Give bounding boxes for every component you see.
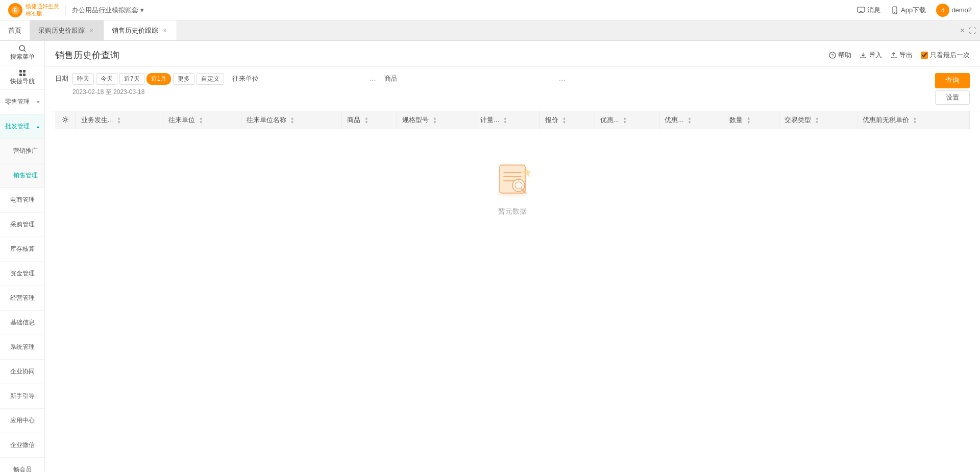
import-icon [860,52,867,59]
data-table: 业务发生... ▲▼ 往来单位 ▲▼ 往来单位名称 ▲▼ 商品 [55,111,970,129]
logo-text: 畅捷通好生意 标准版 [26,3,59,16]
th-partner-name[interactable]: 往来单位名称 ▲▼ [241,111,342,129]
sidebar-item-guide[interactable]: 新手引导 [0,384,44,409]
th-biz-date[interactable]: 业务发生... ▲▼ [76,111,163,129]
message-button[interactable]: 消息 [857,6,880,15]
th-product[interactable]: 商品 ▲▼ [342,111,397,129]
import-button[interactable]: 导入 [860,51,882,60]
partner-input[interactable] [263,73,365,83]
chevron-up-icon: ▴ [37,124,39,129]
date-btn-custom[interactable]: 自定义 [197,73,224,85]
th-settings[interactable] [55,111,76,129]
workspace-selector[interactable]: 办公用品行业模拟账套 ▾ [65,6,144,15]
settings-button[interactable]: 设置 [935,90,970,105]
workspace-name: 办公用品行业模拟账套 [72,6,138,15]
date-range-display: 2023-02-18 至 2023-03-18 [72,88,224,97]
sidebar-item-appstore[interactable]: 应用中心 [0,409,44,433]
sidebar-item-marketing[interactable]: 营销推广 [0,139,44,163]
sidebar-item-wholesale[interactable]: 批发管理 ▴ [0,114,44,139]
th-quote[interactable]: 报价 ▲▼ [540,111,595,129]
only-last-checkbox[interactable] [921,52,928,59]
th-spec-label: 规格型号 [402,116,429,124]
product-input[interactable] [402,73,555,83]
th-pretax-price[interactable]: 优惠前无税单价 ▲▼ [857,111,969,129]
top-bar-right: 消息 App下载 d demo2 [857,4,972,17]
phone-icon [891,6,899,14]
date-buttons: 昨天 今天 近7天 近1月 更多 自定义 [72,73,224,85]
only-last-checkbox-group: 只看最后一次 [921,51,970,60]
sidebar-item-operations[interactable]: 经营管理 [0,286,44,311]
th-partner-code[interactable]: 往来单位 ▲▼ [163,111,241,129]
date-filter-group: 日期 昨天 今天 近7天 近1月 更多 自定义 2023-02-18 至 202… [55,73,224,97]
th-discount2[interactable]: 优惠... ▲▼ [659,111,724,129]
th-trade-type-label: 交易类型 [785,116,811,124]
th-qty[interactable]: 数量 ▲▼ [724,111,779,129]
date-btn-today[interactable]: 今天 [96,73,117,85]
help-icon: ? [829,52,836,59]
sidebar-item-wechat-label: 企业微信 [10,441,35,450]
sidebar-item-quicknav[interactable]: 快捷导航 [0,65,44,90]
sidebar-item-marketing-label: 营销推广 [13,147,38,155]
svg-rect-9 [19,74,22,76]
sidebar-item-search[interactable]: 搜索菜单 [0,41,44,65]
tab-bar-actions: × ⛶ [956,20,980,40]
tab-sales[interactable]: 销售历史价跟踪 × [104,20,177,40]
search-button[interactable]: 查询 [935,73,970,88]
sidebar: 搜索菜单 快捷导航 零售管理 ▾ 批发管理 ▴ 营销推广 销售管理 [0,41,45,472]
empty-text: 暂元数据 [498,207,527,216]
sidebar-item-purchase-mgmt[interactable]: 采购管理 [0,213,44,237]
action-buttons: 查询 设置 [935,73,970,105]
close-all-icon[interactable]: × [960,26,965,35]
sidebar-item-inventory-label: 库存核算 [10,245,35,253]
sidebar-item-wechat[interactable]: 企业微信 [0,433,44,458]
date-btn-last1month[interactable]: 近1月 [146,73,172,85]
th-product-label: 商品 [347,116,360,124]
date-btn-last7[interactable]: 近7天 [119,73,144,85]
sidebar-item-sales-mgmt[interactable]: 销售管理 [0,163,44,188]
help-button[interactable]: ? 帮助 [829,51,851,60]
sidebar-item-basic-label: 基础信息 [10,318,35,327]
empty-state: 暂元数据 [55,129,970,247]
logo-icon: 6 [8,3,22,17]
th-trade-type[interactable]: 交易类型 ▲▼ [779,111,857,129]
th-biz-date-label: 业务发生... [81,116,113,124]
partner-picker-icon[interactable]: ... [369,74,376,83]
page-title: 销售历史价查询 [55,49,119,61]
date-btn-yesterday[interactable]: 昨天 [72,73,94,85]
th-unit-label: 计量... [480,116,499,124]
fullscreen-icon[interactable]: ⛶ [969,27,976,35]
sidebar-item-quicknav-label: 快捷导航 [10,77,35,86]
date-btn-more[interactable]: 更多 [173,73,194,85]
sidebar-item-basic[interactable]: 基础信息 [0,311,44,335]
svg-line-6 [24,50,26,52]
sidebar-item-system[interactable]: 系统管理 [0,335,44,360]
svg-point-5 [19,45,24,51]
sidebar-item-corp[interactable]: 企业协同 [0,360,44,384]
app-download-button[interactable]: App下载 [891,6,926,15]
tab-home[interactable]: 首页 [0,20,30,40]
tab-sales-close[interactable]: × [161,27,168,34]
sidebar-item-sales-mgmt-label: 销售管理 [13,171,38,180]
tab-purchase[interactable]: 采购历史价跟踪 × [30,20,104,40]
sidebar-item-retail-label: 零售管理 [5,98,30,106]
user-menu[interactable]: d demo2 [936,4,972,17]
sidebar-item-finance[interactable]: 资金管理 [0,262,44,286]
th-discount1[interactable]: 优惠... ▲▼ [595,111,659,129]
chevron-down-icon: ▾ [140,6,144,14]
logo-area: 6 畅捷通好生意 标准版 [8,3,59,17]
sidebar-item-ecommerce[interactable]: 电商管理 [0,188,44,213]
tab-home-label: 首页 [8,26,21,35]
th-unit[interactable]: 计量... ▲▼ [475,111,540,129]
product-picker-icon[interactable]: ... [559,74,566,83]
export-button[interactable]: 导出 [890,51,913,60]
th-spec[interactable]: 规格型号 ▲▼ [397,111,475,129]
sidebar-item-system-label: 系统管理 [10,343,35,351]
sidebar-item-member[interactable]: 畅会员 [0,458,44,472]
sidebar-item-ecommerce-label: 电商管理 [10,196,35,204]
sidebar-item-retail[interactable]: 零售管理 ▾ [0,90,44,114]
sidebar-item-wholesale-label: 批发管理 [5,122,30,131]
sidebar-item-inventory[interactable]: 库存核算 [0,237,44,262]
page-header: 销售历史价查询 ? 帮助 导入 导出 只看最后一次 [45,41,980,67]
product-filter-group: 商品 ... [384,73,566,83]
tab-purchase-close[interactable]: × [88,27,95,34]
